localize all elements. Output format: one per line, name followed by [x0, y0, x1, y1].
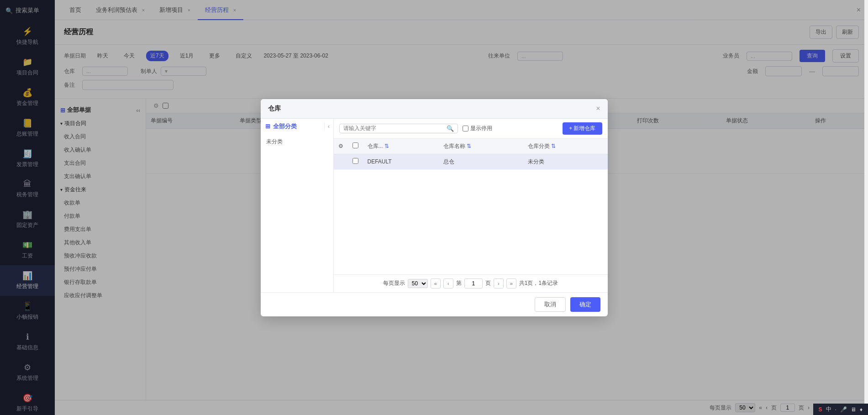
- row-code: DEFAULT: [363, 154, 439, 169]
- show-disabled-label[interactable]: 显示停用: [463, 125, 492, 132]
- modal-search-input[interactable]: [343, 125, 447, 131]
- modal-pagination: 每页显示 50 « ‹ 第 页 › » 共1页，1条记录: [334, 274, 608, 292]
- taskbar-mic-icon[interactable]: 🎤: [840, 406, 847, 413]
- modal-warehouse-table: ⚙ 仓库... ⇅ 仓库名称: [334, 139, 608, 170]
- modal-page-first[interactable]: «: [431, 278, 441, 289]
- grid-icon-modal: ⊞: [265, 123, 270, 130]
- modal-page-suffix: 页: [485, 279, 491, 287]
- modal-tree-all-label[interactable]: ⊞ 全部分类: [261, 119, 324, 134]
- show-disabled-checkbox[interactable]: [463, 126, 468, 131]
- taskbar: S 中 · 🎤 🖥 ♦: [813, 404, 868, 415]
- modal-col-checkbox: [348, 139, 363, 154]
- row-name: 总仓: [439, 154, 523, 169]
- modal-col-name[interactable]: 仓库名称 ⇅: [439, 139, 523, 154]
- modal-tree-collapse[interactable]: ‹: [324, 123, 333, 130]
- taskbar-dot1: ·: [835, 406, 836, 413]
- taskbar-monitor-icon[interactable]: 🖥: [851, 406, 856, 413]
- taskbar-lang-icon[interactable]: 中: [826, 405, 831, 413]
- modal-body: ⊞ 全部分类 ‹ 未分类 🔍: [261, 119, 608, 292]
- modal-tree-item-uncategorized[interactable]: 未分类: [261, 134, 333, 149]
- modal-close-button[interactable]: ×: [596, 105, 600, 113]
- taskbar-dot2: ♦: [860, 406, 863, 413]
- modal-select-all[interactable]: [352, 142, 358, 148]
- modal-search-icon[interactable]: 🔍: [447, 125, 454, 132]
- modal-toolbar: 🔍 显示停用 + 新增仓库: [334, 119, 608, 139]
- modal-page-last[interactable]: »: [506, 278, 516, 289]
- modal-content: 🔍 显示停用 + 新增仓库 ⚙: [334, 119, 608, 292]
- table-row[interactable]: DEFAULT 总仓 未分类: [334, 154, 608, 169]
- row-category: 未分类: [523, 154, 608, 169]
- taskbar-s-icon: S: [819, 406, 822, 413]
- add-warehouse-button[interactable]: + 新增仓库: [563, 122, 602, 135]
- modal-overlay: 仓库 × ⊞ 全部分类 ‹ 未分类: [0, 0, 868, 415]
- gear-icon-table[interactable]: ⚙: [338, 143, 343, 149]
- confirm-button[interactable]: 确定: [570, 297, 600, 312]
- modal-per-page-label: 每页显示: [383, 279, 405, 287]
- sort-icon-cat: ⇅: [551, 143, 556, 149]
- modal-footer: 取消 确定: [261, 292, 608, 316]
- modal-page-label: 第: [456, 279, 462, 287]
- modal-page-input[interactable]: [464, 278, 483, 289]
- row-checkbox[interactable]: [348, 154, 363, 169]
- row-gear: [334, 154, 348, 169]
- cancel-button[interactable]: 取消: [535, 297, 566, 312]
- sort-icon: ⇅: [384, 143, 389, 149]
- warehouse-modal: 仓库 × ⊞ 全部分类 ‹ 未分类: [261, 99, 608, 316]
- modal-col-code[interactable]: 仓库... ⇅: [363, 139, 439, 154]
- modal-total-label: 共1页，1条记录: [519, 279, 558, 287]
- modal-col-category[interactable]: 仓库分类 ⇅: [523, 139, 608, 154]
- modal-tree: ⊞ 全部分类 ‹ 未分类: [261, 119, 334, 292]
- modal-search-box: 🔍: [339, 124, 458, 133]
- modal-page-next[interactable]: ›: [494, 278, 504, 289]
- row-select-checkbox[interactable]: [352, 158, 358, 164]
- modal-title: 仓库: [268, 105, 281, 113]
- modal-col-gear: ⚙: [334, 139, 348, 154]
- modal-table-wrap: ⚙ 仓库... ⇅ 仓库名称: [334, 139, 608, 274]
- modal-header: 仓库 ×: [261, 99, 608, 119]
- modal-per-page-select[interactable]: 50: [408, 279, 428, 288]
- modal-page-prev[interactable]: ‹: [443, 278, 453, 289]
- sort-icon-name: ⇅: [467, 143, 471, 149]
